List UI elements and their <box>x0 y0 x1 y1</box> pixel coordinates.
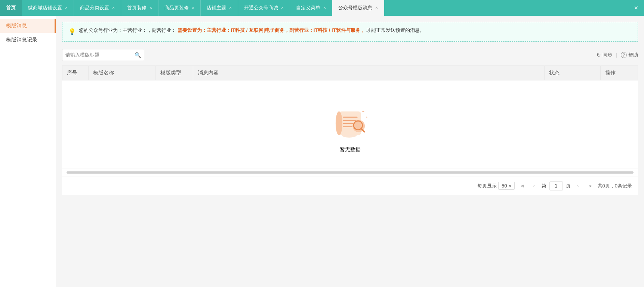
search-bar: 🔍 ↻ 同步 | ? 帮助 <box>62 49 638 61</box>
sidebar-label-template-record: 模版消息记录 <box>6 37 37 43</box>
divider-v: | <box>616 52 617 58</box>
empty-state: ✦ ✦ 暂无数据 <box>62 80 638 168</box>
tab-product-decor[interactable]: 商品页装修 × <box>158 0 201 16</box>
prev-page-button[interactable]: ‹ <box>530 181 539 190</box>
alert-prefix: 您的公众号行业为：主营行业：，副营行业： <box>79 27 176 33</box>
help-label: 帮助 <box>628 52 638 58</box>
tab-template-msg[interactable]: 公众号模版消息 × <box>332 0 384 16</box>
alert-icon: 💡 <box>68 27 76 37</box>
tab-product-category-label: 商品分类设置 <box>80 4 109 11</box>
scrollbar-area <box>62 168 638 177</box>
next-page-button[interactable]: › <box>574 181 583 190</box>
tab-home[interactable]: 首页 <box>0 0 22 16</box>
tab-custom-menu[interactable]: 自定义菜单 × <box>290 0 332 16</box>
page-size-value: 50 <box>502 183 507 189</box>
empty-text: 暂无数据 <box>340 146 361 153</box>
total-info: 共0页，0条记录 <box>598 183 632 189</box>
search-input[interactable] <box>65 52 135 58</box>
scrollbar-track[interactable] <box>67 171 634 174</box>
col-header-index: 序号 <box>62 65 89 80</box>
tab-home-decor[interactable]: 首页装修 × <box>121 0 158 16</box>
col-header-content: 消息内容 <box>193 65 545 80</box>
tab-custom-menu-close[interactable]: × <box>323 5 326 10</box>
col-header-status: 状态 <box>545 65 601 80</box>
alert-text: 您的公众号行业为：主营行业：，副营行业： 需要设置为：主营行业：IT科技 / 互… <box>79 27 425 34</box>
alert-box: 💡 您的公众号行业为：主营行业：，副营行业： 需要设置为：主营行业：IT科技 /… <box>62 22 638 42</box>
scrollbar-thumb[interactable] <box>67 171 634 174</box>
col-header-action: 操作 <box>601 65 638 80</box>
data-table: 序号 模版名称 模版类型 消息内容 状态 <box>62 65 638 80</box>
tab-wechat-shop-label: 微商城店铺设置 <box>28 4 62 11</box>
svg-text:✦: ✦ <box>361 109 365 114</box>
sidebar-label-template-msg: 模版消息 <box>6 22 27 28</box>
col-header-name: 模版名称 <box>89 65 156 80</box>
help-button[interactable]: ? 帮助 <box>621 52 638 58</box>
alert-suffix: 才能正常发送预置的消息。 <box>366 27 425 33</box>
tab-wechat-shop-close[interactable]: × <box>65 5 68 10</box>
page-input[interactable] <box>549 181 563 190</box>
page-size-select: 每页显示 50 ∨ <box>477 182 514 190</box>
search-icon[interactable]: 🔍 <box>135 52 141 58</box>
tab-shop-theme-close[interactable]: × <box>229 5 232 10</box>
tab-product-category[interactable]: 商品分类设置 × <box>74 0 121 16</box>
first-page-button[interactable]: ⊲ <box>518 181 527 190</box>
sidebar-item-template-msg[interactable]: 模版消息 <box>0 19 56 33</box>
tab-home-decor-label: 首页装修 <box>127 4 147 11</box>
content-area: 💡 您的公众号行业为：主营行业：，副营行业： 需要设置为：主营行业：IT科技 /… <box>56 16 644 287</box>
empty-illustration: ✦ ✦ <box>332 103 369 140</box>
page-label: 第 <box>542 183 546 189</box>
tab-product-decor-close[interactable]: × <box>192 5 194 10</box>
last-page-icon: ⊳ <box>588 183 592 189</box>
table-header-row: 序号 模版名称 模版类型 消息内容 状态 <box>62 65 638 80</box>
main-layout: 模版消息 模版消息记录 💡 您的公众号行业为：主营行业：，副营行业： 需要设置为… <box>0 16 644 287</box>
sync-label: 同步 <box>603 52 612 58</box>
prev-page-icon: ‹ <box>533 183 535 189</box>
table-container: 序号 模版名称 模版类型 消息内容 状态 <box>62 65 638 195</box>
help-icon: ? <box>621 52 627 58</box>
tab-template-msg-close[interactable]: × <box>375 5 378 10</box>
tab-template-msg-label: 公众号模版消息 <box>338 4 372 11</box>
sync-button[interactable]: ↻ 同步 <box>597 52 612 58</box>
sidebar: 模版消息 模版消息记录 <box>0 16 56 287</box>
page-size-chevron-icon: ∨ <box>509 184 511 188</box>
pagination: 每页显示 50 ∨ ⊲ ‹ 第 页 › <box>62 177 638 195</box>
last-page-button[interactable]: ⊳ <box>586 181 595 190</box>
search-input-wrap[interactable]: 🔍 <box>62 49 144 61</box>
svg-text:✦: ✦ <box>365 116 367 119</box>
svg-point-2 <box>335 111 342 135</box>
first-page-icon: ⊲ <box>520 183 524 189</box>
tab-shop-theme-label: 店铺主题 <box>207 4 226 11</box>
page-size-dropdown[interactable]: 50 ∨ <box>498 182 514 190</box>
search-actions: ↻ 同步 | ? 帮助 <box>597 52 638 58</box>
tab-open-mall-close[interactable]: × <box>281 5 284 10</box>
col-header-type: 模版类型 <box>156 65 193 80</box>
tab-shop-theme[interactable]: 店铺主题 × <box>201 0 238 16</box>
page-unit: 页 <box>566 183 571 189</box>
tab-open-mall-label: 开通公众号商城 <box>244 4 278 11</box>
next-page-icon: › <box>577 183 579 189</box>
tab-product-category-close[interactable]: × <box>112 5 115 10</box>
sidebar-item-template-record[interactable]: 模版消息记录 <box>0 33 56 47</box>
tab-wechat-shop[interactable]: 微商城店铺设置 × <box>22 0 74 16</box>
alert-highlight: 需要设置为：主营行业：IT科技 / 互联网|电子商务，副营行业：IT科技 / I… <box>178 27 365 33</box>
tab-home-decor-close[interactable]: × <box>150 5 152 10</box>
tab-open-mall[interactable]: 开通公众号商城 × <box>238 0 290 16</box>
global-close-btn[interactable]: × <box>628 4 644 12</box>
tab-home-label: 首页 <box>6 4 16 11</box>
tab-bar: 首页 微商城店铺设置 × 商品分类设置 × 首页装修 × 商品页装修 × 店铺主… <box>0 0 644 16</box>
page-size-label: 每页显示 <box>477 183 497 189</box>
tab-custom-menu-label: 自定义菜单 <box>296 4 320 11</box>
tab-product-decor-label: 商品页装修 <box>164 4 189 11</box>
sync-icon: ↻ <box>597 52 601 58</box>
